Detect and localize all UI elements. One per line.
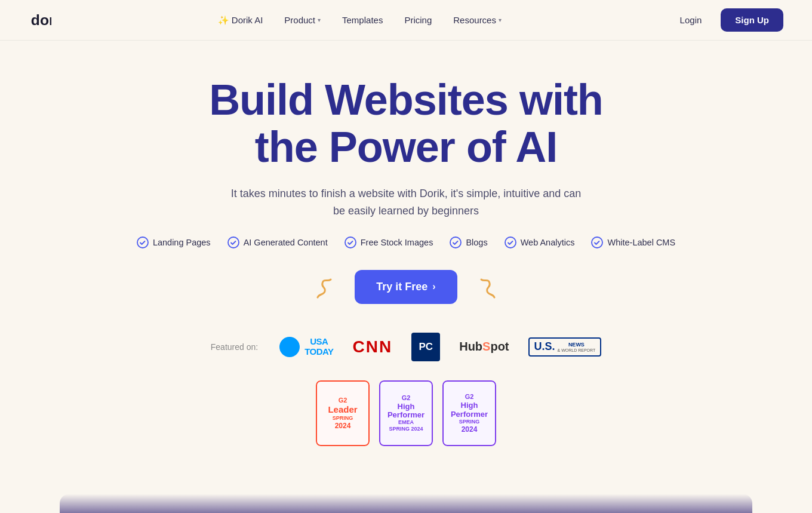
arrow-right-icon: › xyxy=(432,281,435,292)
svg-point-5 xyxy=(450,237,461,248)
navbar: dorik ✨ Dorik AI Product ▾ Templates Pri… xyxy=(0,0,812,41)
usatoday-logo: USA TODAY xyxy=(279,337,333,357)
usnews-logo: U.S. NEWS & WORLD REPORT xyxy=(528,337,602,357)
check-icon xyxy=(137,236,149,248)
preview-section xyxy=(0,494,812,513)
feature-web-analytics: Web Analytics xyxy=(505,236,575,248)
signup-button[interactable]: Sign Up xyxy=(721,8,783,32)
check-icon-6 xyxy=(591,236,603,248)
feature-ai-content: AI Generated Content xyxy=(227,236,328,248)
chevron-down-icon: ▾ xyxy=(318,17,321,23)
chevron-down-icon-2: ▾ xyxy=(499,17,502,23)
feature-stock-images: Free Stock Images xyxy=(345,236,433,248)
hero-title: Build Websites with the Power of AI xyxy=(209,76,603,171)
nav-pricing-label: Pricing xyxy=(404,15,432,25)
cta-wrapper: Try it Free › xyxy=(307,270,505,304)
cnn-logo: CNN xyxy=(353,337,393,357)
nav-item-ai[interactable]: ✨ Dorik AI xyxy=(210,10,272,30)
logo-icon: dorik xyxy=(29,8,51,30)
squiggle-right-icon xyxy=(472,270,505,303)
feature-blogs: Blogs xyxy=(450,236,487,248)
svg-point-2 xyxy=(137,237,148,248)
usa-dot xyxy=(279,337,300,357)
nav-center: ✨ Dorik AI Product ▾ Templates Pricing R… xyxy=(210,10,510,30)
check-icon-2 xyxy=(227,236,239,248)
pcmag-logo: PC xyxy=(411,337,440,357)
nav-ai-label: ✨ Dorik AI xyxy=(218,15,263,26)
g2-leader-badge: G2 Leader SPRING 2024 xyxy=(316,380,370,446)
hero-section: Build Websites with the Power of AI It t… xyxy=(0,41,812,494)
feature-landing-pages: Landing Pages xyxy=(137,236,211,248)
featured-section: Featured on: USA TODAY CNN PC HubSpot xyxy=(211,337,601,357)
nav-item-pricing[interactable]: Pricing xyxy=(396,10,440,30)
g2-high-performer-emea-badge: G2 HighPerformer EMEASPRING 2024 xyxy=(379,380,433,446)
svg-point-3 xyxy=(228,237,239,248)
feature-white-label-cms: White-Label CMS xyxy=(591,236,675,248)
check-icon-5 xyxy=(505,236,516,248)
hubspot-logo: HubSpot xyxy=(459,337,509,357)
logo[interactable]: dorik xyxy=(29,8,51,33)
svg-text:dorik: dorik xyxy=(31,11,51,27)
featured-logos: USA TODAY CNN PC HubSpot U.S. NEWS & WOR… xyxy=(279,337,601,357)
g2-high-performer-spring-badge: G2 HighPerformer SPRING 2024 xyxy=(442,380,496,446)
try-it-free-button[interactable]: Try it Free › xyxy=(355,270,457,304)
svg-point-6 xyxy=(505,237,516,248)
nav-resources-label: Resources xyxy=(453,15,496,25)
svg-point-7 xyxy=(592,237,602,248)
check-icon-4 xyxy=(450,236,462,248)
nav-product-label: Product xyxy=(284,15,315,25)
check-icon-3 xyxy=(345,236,356,248)
login-button[interactable]: Login xyxy=(668,10,714,30)
nav-item-templates[interactable]: Templates xyxy=(334,10,391,30)
nav-actions: Login Sign Up xyxy=(668,8,783,32)
badges-section: G2 Leader SPRING 2024 G2 HighPerformer E… xyxy=(316,380,496,446)
featured-label: Featured on: xyxy=(211,342,258,352)
nav-item-product[interactable]: Product ▾ xyxy=(276,10,329,30)
squiggle-left-icon xyxy=(307,270,340,303)
nav-templates-label: Templates xyxy=(342,15,383,25)
nav-item-resources[interactable]: Resources ▾ xyxy=(445,10,510,30)
features-row: Landing Pages AI Generated Content Free … xyxy=(137,236,675,248)
preview-gradient xyxy=(60,494,752,513)
svg-point-4 xyxy=(345,237,356,248)
hero-subtitle: It takes minutes to finish a website wit… xyxy=(227,185,585,220)
